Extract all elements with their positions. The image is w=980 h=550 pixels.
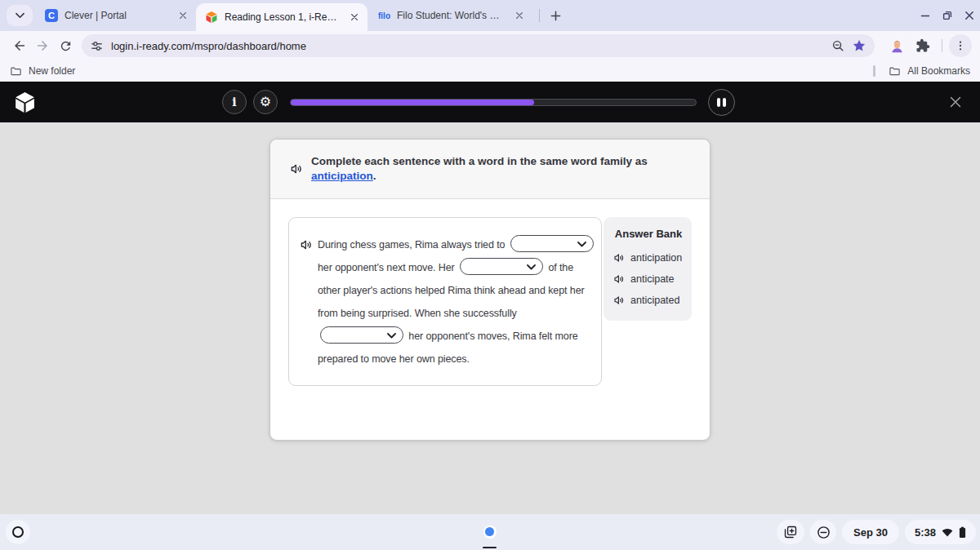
settings-button[interactable]: ⚙ xyxy=(253,90,278,114)
clever-favicon: C xyxy=(45,9,58,22)
active-app-indicator xyxy=(483,547,497,549)
passage-segment: her opponent's next move. Her xyxy=(318,262,457,273)
bookmark-star-button[interactable] xyxy=(849,35,870,56)
info-button[interactable]: i xyxy=(222,90,247,114)
bookmark-new-folder[interactable]: New folder xyxy=(10,65,75,78)
forward-arrow-icon xyxy=(35,38,50,53)
extensions-button[interactable] xyxy=(912,35,933,56)
profile-avatar-button[interactable] xyxy=(886,35,907,56)
reload-button[interactable] xyxy=(54,34,77,57)
magnifier-icon xyxy=(831,39,845,53)
toolbar-divider xyxy=(942,39,942,52)
answer-option-label: anticipated xyxy=(630,295,679,306)
zoom-button[interactable] xyxy=(827,35,849,56)
pause-icon xyxy=(723,98,726,107)
tab-strip: C Clever | Portal Reading Lesson 1, i-Re… xyxy=(0,0,980,31)
folder-icon xyxy=(889,65,901,78)
chevron-down-icon xyxy=(15,12,25,19)
star-icon xyxy=(852,38,866,53)
do-not-disturb-button[interactable] xyxy=(810,520,836,544)
close-icon xyxy=(964,11,974,20)
answer-bank-title: Answer Bank xyxy=(613,228,684,240)
tab-filo-student[interactable]: filo Filo Student: World's Only Live xyxy=(369,0,532,31)
all-bookmarks-button[interactable]: All Bookmarks xyxy=(889,65,970,78)
address-bar[interactable]: login.i-ready.com/mspro/dashboard/home xyxy=(82,34,875,57)
url-text[interactable]: login.i-ready.com/mspro/dashboard/home xyxy=(111,40,827,52)
puzzle-icon xyxy=(915,38,930,53)
prompt-vocabulary-link[interactable]: anticipation xyxy=(311,170,373,182)
minimize-icon xyxy=(920,11,930,20)
lesson-close-button[interactable] xyxy=(949,95,962,109)
date-button[interactable]: Sep 30 xyxy=(842,520,899,544)
minimize-button[interactable] xyxy=(920,11,930,20)
speaker-icon[interactable] xyxy=(613,273,625,285)
tab-search-button[interactable] xyxy=(7,5,33,26)
answer-option[interactable]: anticipated xyxy=(613,290,684,311)
time-text: 5:38 xyxy=(915,526,936,539)
do-not-disturb-icon xyxy=(817,526,831,539)
tab-close-icon[interactable] xyxy=(176,9,189,22)
answer-option[interactable]: anticipate xyxy=(613,268,684,290)
status-area: Sep 30 5:38 xyxy=(777,520,976,544)
restore-window-icon xyxy=(942,11,952,20)
answer-bank: Answer Bank anticipation anticipate anti… xyxy=(604,217,692,321)
avatar-icon xyxy=(889,38,906,55)
answer-option[interactable]: anticipation xyxy=(613,247,684,268)
speaker-icon[interactable] xyxy=(613,295,625,306)
tab-title: Clever | Portal xyxy=(65,10,170,21)
gear-icon: ⚙ xyxy=(260,95,271,109)
answer-dropdown-3[interactable] xyxy=(320,326,403,344)
pause-button[interactable] xyxy=(708,89,735,116)
bookmarks-bar: New folder All Bookmarks xyxy=(0,60,980,82)
reload-icon xyxy=(59,39,73,53)
tab-reading-lesson-active[interactable]: Reading Lesson 1, i-Ready xyxy=(196,3,368,31)
plus-icon xyxy=(550,11,561,21)
tabstrip-divider xyxy=(539,9,540,22)
tab-close-icon[interactable] xyxy=(348,11,361,24)
pause-icon xyxy=(717,98,720,107)
lesson-header-bar: i ⚙ xyxy=(0,82,980,122)
tab-title: Filo Student: World's Only Live xyxy=(397,10,506,21)
filo-favicon: filo xyxy=(378,11,390,20)
screen-capture-icon xyxy=(783,525,798,539)
bookmark-label: New folder xyxy=(29,65,75,77)
chrome-app-button[interactable] xyxy=(476,518,503,545)
all-bookmarks-label: All Bookmarks xyxy=(907,65,970,77)
answer-option-label: anticipate xyxy=(630,273,675,285)
answer-dropdown-2[interactable] xyxy=(460,258,543,275)
window-close-button[interactable] xyxy=(964,11,974,20)
launcher-button[interactable] xyxy=(6,520,30,544)
iready-cube-logo xyxy=(13,91,37,114)
shelf: Sep 30 5:38 xyxy=(0,514,980,550)
browser-menu-button[interactable] xyxy=(949,34,972,57)
speaker-icon[interactable] xyxy=(290,162,303,175)
speaker-icon[interactable] xyxy=(300,238,313,251)
launcher-icon xyxy=(12,526,24,538)
lesson-content-area: Complete each sentence with a word in th… xyxy=(0,122,980,514)
new-tab-button[interactable] xyxy=(546,6,565,25)
passage-segment: During chess games, Rima always tried to xyxy=(318,239,508,251)
progress-fill xyxy=(291,100,534,105)
site-settings-icon[interactable] xyxy=(91,40,103,52)
lesson-progress-bar xyxy=(290,99,697,106)
tab-clever-portal[interactable]: C Clever | Portal xyxy=(36,0,196,31)
back-button[interactable] xyxy=(8,34,31,57)
answer-dropdown-1[interactable] xyxy=(510,235,594,252)
tab-close-icon[interactable] xyxy=(513,9,526,22)
three-dots-icon xyxy=(954,39,967,52)
date-text: Sep 30 xyxy=(853,526,888,539)
info-icon: i xyxy=(232,96,236,108)
screen-capture-button[interactable] xyxy=(777,520,804,544)
speaker-icon[interactable] xyxy=(613,252,625,264)
window-controls xyxy=(920,0,974,31)
prompt-header: Complete each sentence with a word in th… xyxy=(270,140,710,199)
system-tray-button[interactable]: 5:38 xyxy=(905,520,976,544)
answer-option-label: anticipation xyxy=(630,252,682,264)
restore-button[interactable] xyxy=(942,11,952,20)
forward-button[interactable] xyxy=(31,34,54,57)
prompt-before: Complete each sentence with a word in th… xyxy=(311,155,648,167)
tab-title: Reading Lesson 1, i-Ready xyxy=(225,11,341,23)
close-icon xyxy=(949,95,962,109)
back-arrow-icon xyxy=(12,38,27,53)
screen: { "colors": { "accent_purple": "#8d55f2"… xyxy=(0,0,980,550)
